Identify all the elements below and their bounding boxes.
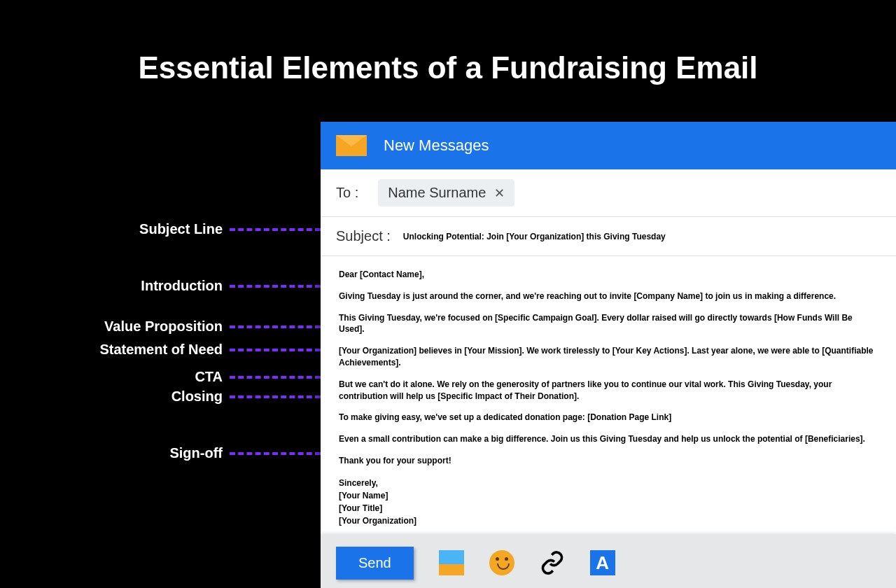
subject-input[interactable]: Unlocking Potential: Join [Your Organiza… [403,232,666,241]
send-button[interactable]: Send [336,547,414,580]
annotation-closing: Closing [0,388,333,405]
intro-paragraph: Giving Tuesday is just around the corner… [339,290,878,302]
text-format-icon[interactable]: A [590,550,615,575]
annotation-connector [230,326,321,328]
annotation-label: CTA [195,369,223,385]
recipient-chip[interactable]: Name Surname ✕ [378,179,514,206]
closing-paragraph: Even a small contribution can make a big… [339,433,878,445]
annotation-cta: CTA [0,369,333,385]
compose-toolbar: Send A [321,534,896,588]
annotation-value-proposition: Value Proposition [0,318,333,335]
annotation-label: Closing [172,388,223,405]
annotation-connector [230,285,321,288]
annotation-connector [230,376,321,379]
annotation-connector [230,452,321,455]
campaign-paragraph: This Giving Tuesday, we're focused on [S… [339,312,878,336]
recipient-name: Name Surname [388,185,486,201]
to-field-row: To : Name Surname ✕ [321,169,896,217]
annotation-connector [230,349,321,351]
annotation-sign-off: Sign-off [0,445,333,461]
annotation-label: Subject Line [139,221,223,237]
subject-field-row: Subject : Unlocking Potential: Join [You… [321,217,896,256]
sender-name: [Your Name] [339,489,878,502]
window-title: New Messages [384,136,489,155]
email-header-bar: New Messages [321,122,896,169]
annotation-connector [230,396,321,398]
page-title: Essential Elements of a Fundraising Emai… [0,50,896,85]
email-body[interactable]: Dear [Contact Name], Giving Tuesday is j… [321,256,896,534]
signoff-word: Sincerely, [339,477,878,489]
annotation-label: Statement of Need [99,342,223,358]
greeting-line: Dear [Contact Name], [339,269,878,281]
annotation-label: Value Proposition [104,318,223,335]
annotation-introduction: Introduction [0,278,333,294]
annotation-subject-line: Subject Line [0,221,333,237]
cta-paragraph: To make giving easy, we've set up a dedi… [339,412,878,424]
subject-label: Subject : [336,228,391,244]
sender-title: [Your Title] [339,502,878,514]
to-label: To : [336,185,358,201]
email-compose-window: New Messages To : Name Surname ✕ Subject… [321,122,896,588]
sender-org: [Your Organization] [339,514,878,527]
annotation-connector [230,228,321,231]
thanks-line: Thank you for your support! [339,455,878,467]
remove-recipient-icon[interactable]: ✕ [494,186,505,201]
annotation-label: Sign-off [169,445,223,461]
insert-emoji-icon[interactable] [489,550,514,575]
annotation-label: Introduction [141,278,223,294]
envelope-icon [336,135,367,156]
need-paragraph: But we can't do it alone. We rely on the… [339,379,878,402]
signoff-block: Sincerely, [Your Name] [Your Title] [You… [339,477,878,527]
annotation-statement-of-need: Statement of Need [0,342,333,358]
insert-image-icon[interactable] [439,550,464,575]
insert-link-icon[interactable] [540,550,565,575]
value-proposition-paragraph: [Your Organization] believes in [Your Mi… [339,345,878,369]
